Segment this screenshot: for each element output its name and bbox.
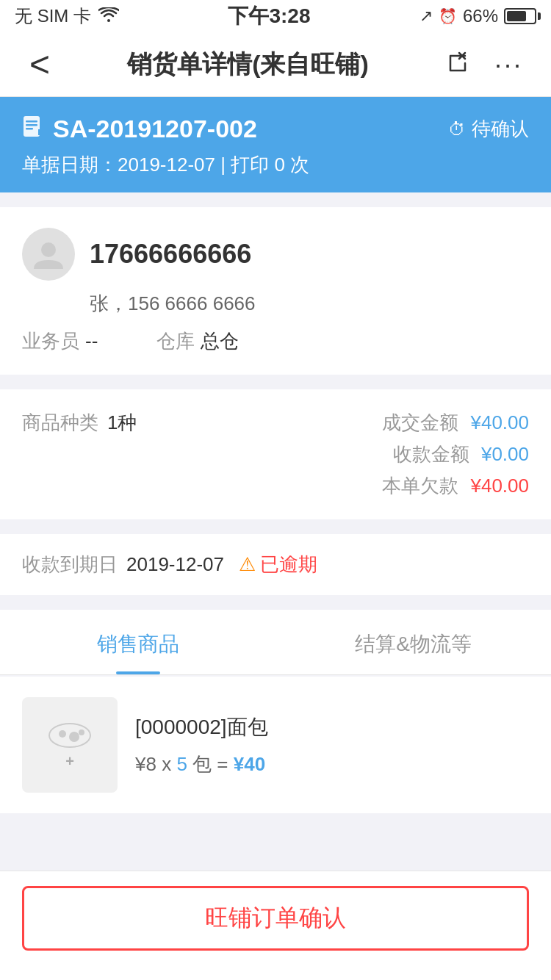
product-types-label: 商品种类 — [22, 410, 98, 436]
order-header: SA-20191207-002 ⏱ 待确认 单据日期：2019-12-07 | … — [0, 97, 551, 192]
product-types-item: 商品种类 1种 — [22, 410, 137, 436]
warning-icon: ⚠ — [239, 553, 256, 576]
tab-products[interactable]: 销售商品 — [0, 610, 276, 674]
share-button[interactable] — [439, 44, 474, 85]
carrier-text: 无 SIM 卡 — [15, 4, 91, 28]
due-date-label: 收款到期日 — [22, 552, 118, 577]
warehouse-value: 总仓 — [201, 328, 239, 354]
product-thumbnail: + — [22, 697, 118, 793]
svg-rect-3 — [26, 128, 33, 130]
table-row: + [0000002]面包 ¥8 x 5 包 = ¥40 — [0, 677, 551, 813]
due-date-card: 收款到期日 2019-12-07 ⚠ 已逾期 — [0, 534, 551, 595]
more-button[interactable]: ··· — [489, 46, 529, 84]
status-left: 无 SIM 卡 — [15, 4, 119, 28]
product-qty: 5 — [176, 753, 187, 775]
order-status: ⏱ 待确认 — [448, 116, 529, 142]
owed-amount-value: ¥40.00 — [470, 475, 529, 497]
product-price: ¥8 x 5 包 = ¥40 — [135, 752, 268, 777]
warehouse-label: 仓库 — [156, 328, 195, 354]
svg-point-8 — [79, 729, 84, 735]
overdue-badge: ⚠ 已逾期 — [239, 552, 317, 577]
product-name: [0000002]面包 — [135, 713, 268, 741]
customer-card: 17666666666 张，156 6666 6666 业务员 -- 仓库 总仓 — [0, 207, 551, 375]
battery-text: 66% — [463, 6, 498, 26]
svg-rect-0 — [24, 116, 40, 137]
battery-icon — [504, 8, 536, 24]
svg-point-6 — [59, 730, 66, 738]
svg-rect-2 — [26, 124, 37, 126]
received-amount-row: 收款金额 ¥0.00 — [393, 442, 529, 467]
wifi-icon — [98, 6, 119, 26]
nav-actions: ··· — [439, 44, 529, 85]
customer-meta: 业务员 -- 仓库 总仓 — [22, 328, 529, 354]
customer-name: 张，156 6666 6666 — [22, 291, 529, 317]
svg-point-4 — [41, 242, 56, 257]
summary-card: 商品种类 1种 成交金额 ¥40.00 收款金额 ¥0.00 本单欠款 ¥40.… — [0, 389, 551, 519]
svg-rect-1 — [26, 120, 37, 123]
owed-amount-row: 本单欠款 ¥40.00 — [382, 473, 529, 499]
tabs-container: 销售商品 结算&物流等 — [0, 610, 551, 675]
tab-settlement[interactable]: 结算&物流等 — [276, 610, 551, 674]
svg-point-7 — [69, 732, 79, 742]
back-button[interactable]: < — [22, 37, 57, 92]
salesperson-item: 业务员 -- — [22, 328, 98, 354]
product-info: [0000002]面包 ¥8 x 5 包 = ¥40 — [135, 713, 268, 777]
order-doc-icon — [22, 116, 44, 142]
warehouse-item: 仓库 总仓 — [156, 328, 239, 354]
avatar — [22, 228, 75, 281]
summary-right: 成交金额 ¥40.00 收款金额 ¥0.00 本单欠款 ¥40.00 — [382, 410, 529, 499]
location-icon: ↗ — [419, 7, 433, 26]
product-total: ¥40 — [234, 753, 265, 775]
status-clock-icon: ⏱ — [448, 119, 466, 140]
confirm-order-button[interactable]: 旺铺订单确认 — [22, 886, 529, 951]
salesperson-value: -- — [85, 330, 98, 353]
tabs: 销售商品 结算&物流等 — [0, 610, 551, 674]
deal-amount-label: 成交金额 — [382, 410, 458, 436]
overdue-text: 已逾期 — [260, 552, 317, 577]
status-bar: 无 SIM 卡 下午3:28 ↗ ⏰ 66% — [0, 0, 551, 32]
bottom-bar: 旺铺订单确认 — [0, 871, 551, 980]
order-id: SA-20191207-002 — [22, 115, 257, 143]
deal-amount-row: 成交金额 ¥40.00 — [382, 410, 529, 436]
due-date-value: 2019-12-07 — [126, 553, 224, 576]
product-list: + [0000002]面包 ¥8 x 5 包 = ¥40 — [0, 677, 551, 813]
owed-amount-label: 本单欠款 — [382, 473, 458, 499]
status-time: 下午3:28 — [228, 2, 310, 30]
summary-left: 商品种类 1种 — [22, 410, 137, 439]
received-amount-value: ¥0.00 — [481, 443, 529, 466]
salesperson-label: 业务员 — [22, 328, 79, 354]
nav-bar: < 销货单详情(来自旺铺) ··· — [0, 32, 551, 97]
product-types-value: 1种 — [107, 410, 137, 436]
alarm-icon: ⏰ — [439, 7, 457, 25]
customer-phone: 17666666666 — [90, 239, 251, 270]
status-right: ↗ ⏰ 66% — [419, 6, 536, 26]
page-title: 销货单详情(来自旺铺) — [127, 48, 369, 82]
received-amount-label: 收款金额 — [393, 442, 469, 467]
order-date: 单据日期：2019-12-07 | 打印 0 次 — [22, 152, 529, 178]
deal-amount-value: ¥40.00 — [470, 411, 529, 434]
thumb-plus-icon: + — [65, 753, 74, 770]
